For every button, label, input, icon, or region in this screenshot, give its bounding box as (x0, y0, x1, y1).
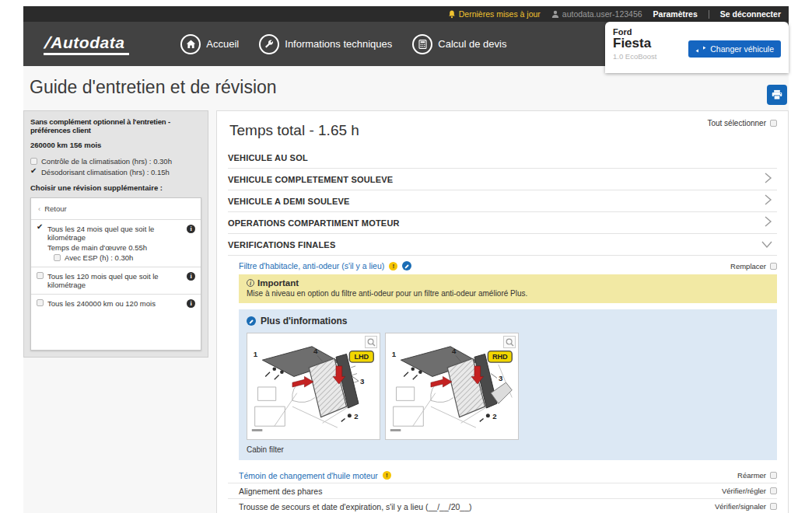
nav-label-informations-techniques: Informations techniques (285, 38, 392, 50)
svg-text:1: 1 (392, 350, 397, 358)
section-label: VEHICULE COMPLETEMENT SOULEVE (228, 175, 393, 184)
nav-item-informations-techniques[interactable]: Informations techniques (259, 34, 392, 54)
task-checkbox[interactable] (770, 503, 777, 510)
latest-updates-label: Dernières mises à jour (459, 9, 541, 19)
cabin-filter-illustration: 1 4 (247, 333, 380, 439)
settings-link[interactable]: Paramètres (653, 9, 698, 19)
diagram-caption: Cabin filter (247, 445, 769, 454)
section-label: OPERATIONS COMPARTIMENT MOTEUR (228, 218, 400, 228)
back-label: Retour (44, 204, 67, 213)
revision-option-content: Tous les 24 mois quel que soit le kilomé… (37, 225, 183, 262)
section-label: VEHICULE AU SOL (228, 153, 308, 162)
task-checkbox[interactable] (770, 263, 777, 270)
option-label: Contrôle de la climatisation (hrs) : 0.3… (41, 157, 172, 166)
task-action-label: Vérifier/signaler (715, 502, 766, 511)
calculator-icon (412, 34, 432, 54)
task-checkbox[interactable] (770, 472, 777, 479)
checkbox[interactable] (30, 169, 37, 176)
nav-item-accueil[interactable]: Accueil (180, 34, 239, 54)
info-icon[interactable]: i (187, 272, 195, 281)
back-button[interactable]: ‹ Retour (31, 198, 201, 219)
svg-text:RHD: RHD (492, 353, 508, 361)
info-icon[interactable]: i (187, 299, 195, 308)
checkbox[interactable] (37, 299, 44, 306)
task-checkbox[interactable] (770, 487, 777, 494)
vehicle-card: Ford Fiesta 1.0 EcoBoost Changer véhicul… (605, 22, 789, 73)
top-utility-bar: Dernières mises à jour autodata.user-123… (23, 6, 789, 22)
total-time-label: Temps total - 1.65 h (229, 122, 359, 139)
cabin-filter-link[interactable]: Filtre d'habitacle, anti-odeur (s'il y a… (239, 261, 384, 270)
zoom-image-button[interactable] (365, 336, 377, 348)
more-information-box: Plus d'informations (239, 309, 777, 460)
section-verifications-finales[interactable]: VERIFICATIONS FINALES (228, 234, 777, 256)
app-window: Dernières mises à jour autodata.user-123… (23, 6, 789, 513)
important-note-text: Mise à niveau en option du filtre anti-o… (247, 289, 769, 298)
chevron-down-icon (761, 238, 772, 252)
section-label: VEHICULE A DEMI SOULEVE (228, 197, 350, 206)
esp-sub-option[interactable]: Avec ESP (h) : 0.30h (54, 253, 183, 262)
rhd-badge: RHD (488, 351, 512, 362)
important-note-title: i Important (247, 278, 769, 288)
home-icon (180, 34, 201, 54)
revision-option-120-mois: Tous les 120 mois quel que soit le kilom… (31, 267, 201, 294)
autodata-logo[interactable]: / Autodata (44, 33, 129, 55)
select-all-checkbox[interactable] (770, 120, 777, 127)
info-icon[interactable] (402, 261, 411, 270)
task-action-label: Réarmer (737, 471, 766, 480)
user-account[interactable]: autodata.user-123456 (551, 9, 642, 19)
user-icon (551, 10, 559, 18)
lhd-badge: LHD (349, 351, 373, 362)
svg-text:2: 2 (492, 412, 496, 421)
section-operations-compartiment-moteur[interactable]: OPERATIONS COMPARTIMENT MOTEUR (228, 212, 777, 234)
chevron-left-icon: ‹ (38, 204, 40, 213)
option-controle-climatisation[interactable]: Contrôle de la climatisation (hrs) : 0.3… (30, 155, 201, 166)
svg-text:4: 4 (313, 347, 318, 355)
revision-option-toggle[interactable]: Tous les 240000 km ou 120 mois (37, 299, 183, 308)
task-action-label: Vérifier/régler (722, 487, 766, 495)
nav-label-accueil: Accueil (206, 38, 239, 50)
diagram-images: 1 4 (247, 333, 769, 440)
revision-label: Tous les 24 mois quel que soit le kilomé… (47, 225, 183, 242)
important-note: i Important Mise à niveau en option du f… (239, 274, 777, 303)
revision-option-toggle[interactable]: Tous les 120 mois quel que soit le kilom… (37, 272, 183, 289)
task-link[interactable]: Témoin de changement d'huile moteur (239, 471, 378, 480)
info-icon (247, 316, 256, 326)
revision-label: Tous les 240000 km ou 120 mois (47, 299, 156, 308)
section-vehicule-au-sol[interactable]: VEHICULE AU SOL (228, 147, 777, 169)
svg-text:3: 3 (360, 377, 365, 386)
checkbox[interactable] (30, 158, 37, 165)
select-all-label: Tout sélectionner (707, 119, 766, 127)
checkbox[interactable] (37, 225, 44, 232)
more-information-header: Plus d'informations (247, 316, 769, 326)
info-circle-icon: i (247, 279, 254, 287)
latest-updates-link[interactable]: Dernières mises à jour (448, 9, 541, 19)
info-icon[interactable]: i (187, 225, 195, 233)
svg-text:3: 3 (499, 374, 503, 382)
cabin-filter-diagram-lhd: 1 4 (247, 333, 380, 440)
print-button[interactable] (767, 85, 787, 105)
section-vehicule-completement-souleve[interactable]: VEHICULE COMPLETEMENT SOULEVE (228, 169, 777, 190)
task-label: Alignement des phares (239, 487, 322, 496)
zoom-image-button[interactable] (503, 336, 516, 348)
warning-icon: ! (383, 471, 391, 480)
cabin-filter-illustration: 1 4 3 (386, 333, 518, 439)
section-vehicule-a-demi-souleve[interactable]: VEHICULE A DEMI SOULEVE (228, 190, 777, 212)
magnifier-icon (506, 338, 514, 347)
logout-link[interactable]: Se déconnecter (720, 9, 781, 19)
magnifier-icon (367, 338, 376, 347)
svg-text:1: 1 (254, 350, 258, 358)
select-all-control[interactable]: Tout sélectionner (707, 119, 777, 127)
revision-option-toggle[interactable]: Tous les 24 mois quel que soit le kilomé… (37, 225, 183, 242)
checkbox[interactable] (37, 272, 44, 279)
checkbox[interactable] (54, 254, 61, 261)
option-desodorisant-climatisation[interactable]: Désodorisant climatisation (hrs) : 0.15h (30, 166, 201, 177)
section-label: VERIFICATIONS FINALES (228, 240, 335, 250)
revision-label: Tous les 120 mois quel que soit le kilom… (47, 272, 183, 289)
change-vehicle-button[interactable]: Changer véhicule (688, 40, 781, 58)
mileage-interval-label: 260000 km 156 mois (30, 141, 201, 149)
nav-item-calcul-de-devis[interactable]: Calcul de devis (412, 34, 506, 54)
labour-time-label: Temps de main d'œuvre 0.55h (47, 243, 183, 252)
important-title-text: Important (257, 278, 299, 288)
climate-options: Contrôle de la climatisation (hrs) : 0.3… (30, 155, 201, 177)
svg-text:LHD: LHD (354, 353, 369, 361)
